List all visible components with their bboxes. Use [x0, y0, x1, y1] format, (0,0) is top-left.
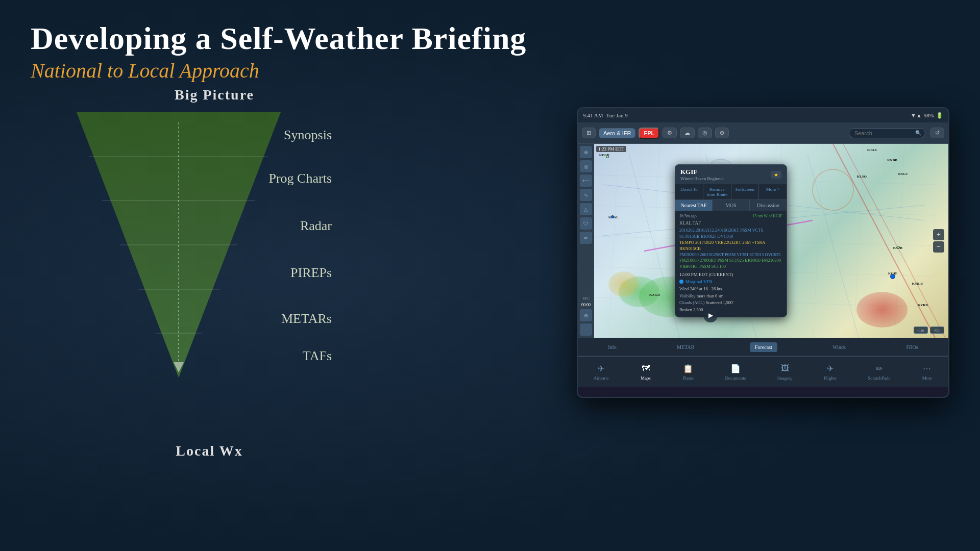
label-metars: METARs: [281, 311, 332, 327]
scratchpads-tab[interactable]: ✏ ScratchPads: [864, 361, 894, 383]
svg-line-13: [608, 144, 619, 338]
app-mockup: 9:41 AM Tue Jan 9 ▼▲ 98% 🔋 ⊞ Aero & IFR …: [577, 107, 949, 398]
ksgj-label: KSGJ: [898, 172, 908, 176]
klal-airport: [611, 215, 614, 218]
map-sidebar: ⊕ ◎ ⟵ ∿ △ 🛡 ✏ REC 00:00 ⊕ −: [578, 144, 594, 338]
header-section: Developing a Self-Weather Briefing Natio…: [31, 20, 526, 83]
status-time: 9:41 AM: [583, 112, 603, 118]
map-nav-btn-5[interactable]: △: [580, 203, 592, 215]
rec-label: REC: [582, 296, 590, 300]
taf-current-time: 12:00 PM EDT (CURRENT): [679, 272, 782, 277]
fpl-button[interactable]: FPL: [639, 128, 659, 139]
popup-subtitle: Winter Haven Regional: [680, 176, 724, 181]
imagery-tab[interactable]: 🖼 Imagery: [773, 361, 797, 383]
documents-tab[interactable]: 📄 Documents: [721, 361, 750, 383]
knbb-label: KNBB: [887, 158, 897, 162]
more-icon: ⋯: [921, 363, 933, 374]
alt-minus-6m[interactable]: -6m: [930, 327, 944, 334]
map-nav-btn-1[interactable]: ⊕: [580, 146, 592, 158]
popup-tabs: Nearest TAF MOS Discussion: [675, 200, 787, 211]
forecast-subtab[interactable]: Forecast: [750, 342, 777, 352]
direct-to-button[interactable]: Direct To: [675, 184, 703, 199]
search-input[interactable]: [849, 128, 925, 138]
taf-time-ago: 1h 5m ago: [679, 214, 697, 218]
popup-header: KGIF Winter Haven Regional ★: [675, 165, 787, 184]
weather-toggle-button[interactable]: ☁: [680, 128, 695, 138]
map-nav-btn-3[interactable]: ⟵: [580, 174, 592, 187]
airports-label: Airports: [594, 375, 609, 381]
info-subtab[interactable]: Info: [603, 342, 622, 352]
airports-tab[interactable]: ✈ Airports: [590, 361, 613, 383]
aero-ifr-button[interactable]: Aero & IFR: [599, 128, 635, 138]
taf-distance: 15 nm W of KGIF: [752, 214, 782, 218]
layers-button[interactable]: ⊞: [582, 128, 596, 138]
weather-subtabs: Info METAR Forecast Winds FBOs: [578, 338, 948, 356]
popup-star-button[interactable]: ★: [771, 171, 781, 179]
map-nav-btn-4[interactable]: ∿: [580, 189, 592, 201]
map-nav-btn-2[interactable]: ◎: [580, 160, 592, 172]
svg-line-25: [807, 154, 859, 338]
zoom-in-button[interactable]: +: [933, 229, 944, 240]
map-area[interactable]: KECP KTLH KJAX KNBB KLSQ KSGJ KLAL KSFB …: [578, 144, 948, 338]
maps-tab[interactable]: 🗺 Maps: [636, 361, 655, 383]
nearest-taf-tab[interactable]: Nearest TAF: [675, 200, 713, 211]
more-tab[interactable]: ⋯ More: [917, 361, 937, 383]
radar-red-overlay: [856, 292, 908, 328]
label-radar: Radar: [300, 218, 332, 234]
zoom-out-button[interactable]: −: [933, 241, 944, 253]
vfr-condition: Marginal VFR: [679, 279, 782, 284]
fbos-subtab[interactable]: FBOs: [901, 342, 923, 352]
sub-title: National to Local Approach: [31, 59, 526, 83]
kecp-airport: [606, 155, 609, 158]
plates-tab[interactable]: 📋 Plates: [678, 361, 698, 383]
status-bar: 9:41 AM Tue Jan 9 ▼▲ 98% 🔋: [578, 108, 948, 122]
svg-point-27: [813, 169, 853, 210]
popup-actions: Direct To Removefrom Route Fullscreen Mo…: [675, 184, 787, 200]
main-title: Developing a Self-Weather Briefing: [31, 20, 526, 57]
wind-detail: Wind 240° at 16 - 26 kts: [679, 286, 782, 293]
plates-label: Plates: [682, 375, 694, 381]
taf-line-1: 2016262.2016/2112.24016G26KT P6SM VCTS S…: [679, 228, 782, 240]
timer-button[interactable]: ⊕: [715, 128, 729, 138]
taf-line-4: FM210000 27008KT P6SM SCT025 BKN050 FM21…: [679, 258, 782, 270]
label-synopsis: Synopsis: [284, 128, 332, 143]
status-date: Tue Jan 9: [606, 112, 627, 118]
kagr-label: KAGR: [649, 293, 660, 297]
map-nav-btn-8[interactable]: ⊕: [580, 309, 592, 321]
winds-subtab[interactable]: Winds: [827, 342, 851, 352]
bottom-tabs: ✈ Airports 🗺 Maps 📋 Plates 📄 Documents 🖼…: [578, 356, 948, 387]
flights-tab[interactable]: ✈ Flights: [820, 361, 841, 383]
play-button[interactable]: ▶: [703, 308, 718, 322]
ksfb-airport: [897, 246, 900, 249]
metar-subtab[interactable]: METAR: [672, 342, 699, 352]
taf-header: KLAL TAF: [679, 220, 782, 226]
alt-minus-1m[interactable]: -1m: [914, 327, 928, 334]
label-tafs: TAFs: [303, 348, 332, 364]
maps-icon: 🗺: [640, 363, 651, 374]
kvrb-label: KVRB: [918, 303, 928, 307]
documents-icon: 📄: [730, 363, 741, 374]
remove-route-button[interactable]: Removefrom Route: [703, 184, 731, 199]
mos-tab[interactable]: MOS: [713, 200, 750, 211]
vfr-label: Marginal VFR: [685, 279, 712, 284]
location-button[interactable]: ◎: [698, 128, 712, 138]
clouds-detail: Clouds (AGL) Scattered 1,500'Broken 2,50…: [679, 299, 782, 313]
label-pireps: PIREPs: [290, 265, 332, 281]
map-nav-btn-minus[interactable]: −: [580, 323, 592, 336]
battery-icon: 🔋: [936, 112, 943, 119]
big-picture-label: Big Picture: [82, 87, 347, 103]
app-toolbar: ⊞ Aero & IFR FPL ⚙ ☁ ◎ ⊕ 🔍 ↺: [578, 122, 948, 144]
discussion-tab[interactable]: Discussion: [750, 200, 787, 211]
kjax-label: KJAX: [867, 148, 877, 152]
refresh-button[interactable]: ↺: [930, 128, 944, 138]
plates-icon: 📋: [682, 363, 694, 374]
imagery-label: Imagery: [777, 375, 793, 381]
battery-indicator: 98%: [924, 112, 934, 118]
map-nav-btn-7[interactable]: ✏: [580, 232, 592, 244]
more-button[interactable]: More >: [759, 184, 787, 199]
scratchpads-icon: ✏: [873, 363, 885, 374]
vfr-dot: [679, 280, 683, 284]
settings-button[interactable]: ⚙: [663, 128, 677, 138]
map-nav-btn-6[interactable]: 🛡: [580, 217, 592, 230]
fullscreen-button[interactable]: Fullscreen: [731, 184, 760, 199]
